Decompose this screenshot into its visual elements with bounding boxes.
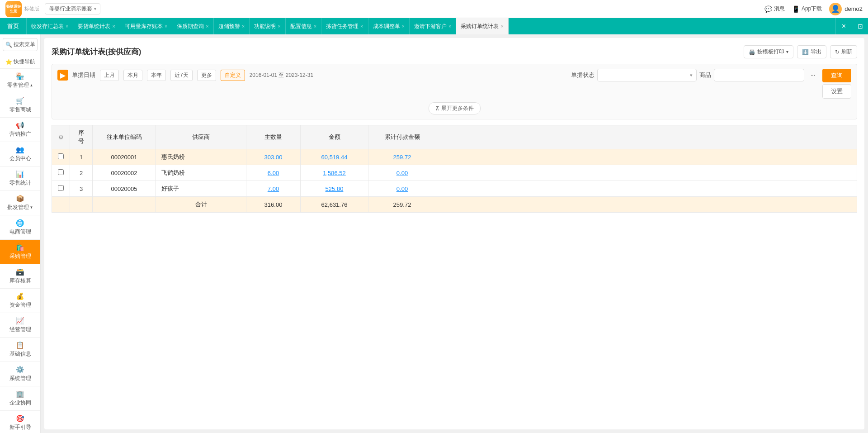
table-row: 3 00020005 好孩子 7.00 525.80 0.00 xyxy=(52,181,857,197)
sidebar-item-pifa[interactable]: 📦 批发管理 ▼ xyxy=(0,191,40,215)
refresh-btn[interactable]: ↻ 刷新 xyxy=(830,45,857,58)
sidebar-item-xinshou[interactable]: 🎯 新手引导 xyxy=(0,411,40,433)
date-shang-btn[interactable]: 上月 xyxy=(100,70,119,81)
expand-more-btn[interactable]: ⊼ 展开更多条件 xyxy=(429,102,481,114)
tab-chenben-close[interactable]: × xyxy=(402,24,405,29)
tab-shoufacun[interactable]: 收发存汇总表 × xyxy=(27,18,73,34)
settings-filter-btn[interactable]: 设置 xyxy=(822,84,851,99)
goods-filter-input[interactable] xyxy=(714,69,804,81)
tab-close-all-btn[interactable]: × xyxy=(835,18,852,34)
refresh-icon: ↻ xyxy=(835,49,840,55)
row-1-paid[interactable]: 259.72 xyxy=(368,149,436,165)
row-1-amount[interactable]: 60,519.44 xyxy=(301,149,368,165)
retail-mgmt-icon: 🏪 xyxy=(16,72,24,81)
tab-peizhi-close[interactable]: × xyxy=(314,24,316,29)
row-3-check[interactable] xyxy=(58,185,64,191)
export-btn[interactable]: ⬇️ 导出 xyxy=(797,45,826,58)
workspace-name: 母婴行业演示账套 xyxy=(49,5,92,13)
tab-yaoqing[interactable]: 邀请下游客户 × xyxy=(410,18,456,34)
message-icon: 💬 xyxy=(764,5,772,13)
sidebar-item-jichu[interactable]: 📋 基础信息 xyxy=(0,338,40,362)
sidebar-item-dianzhan[interactable]: 🌐 电商管理 xyxy=(0,215,40,240)
row-2-checkbox[interactable] xyxy=(52,165,70,181)
row-3-checkbox[interactable] xyxy=(52,181,70,197)
sidebar-item-kucun[interactable]: 🗃️ 库存核算 xyxy=(0,264,40,289)
sidebar-item-yingxiao[interactable]: 📢 营销推广 xyxy=(0,118,40,142)
tab-caigou-close[interactable]: × xyxy=(500,24,503,29)
tab-yaohuo-close[interactable]: × xyxy=(112,24,115,29)
tab-fullscreen-btn[interactable]: ⊡ xyxy=(852,18,868,34)
sidebar-item-jingying[interactable]: 📈 经营管理 xyxy=(0,313,40,338)
date-ben-btn[interactable]: 本月 xyxy=(123,70,142,81)
sidebar-item-lingshouguan-arrow: ▲ xyxy=(30,83,33,87)
tab-chaochuyujing-close[interactable]: × xyxy=(242,24,245,29)
sidebar-item-qiye[interactable]: 🏢 企业协同 xyxy=(0,386,40,411)
tab-baoguan[interactable]: 保质期查询 × xyxy=(172,18,213,34)
row-1-checkbox[interactable] xyxy=(52,149,70,165)
table-row: 1 00020001 惠氏奶粉 303.00 60,519.44 259.72 xyxy=(52,149,857,165)
date-filter-label: 单据日期 xyxy=(72,71,95,79)
app-download-btn[interactable]: 📱 App下载 xyxy=(792,5,822,13)
tab-chaochuyujing[interactable]: 超储预警 × xyxy=(214,18,250,34)
date-more-btn[interactable]: 更多 xyxy=(197,70,216,81)
col-checkbox[interactable]: ⚙ xyxy=(52,125,70,149)
avatar: 👤 xyxy=(829,3,842,15)
row-2-check[interactable] xyxy=(58,169,64,175)
template-print-btn[interactable]: 🖨️ 按模板打印 ▾ xyxy=(744,45,793,58)
tab-paihuorenwu[interactable]: 拣货任务管理 × xyxy=(321,18,368,34)
tab-home[interactable]: 首页 xyxy=(0,18,27,34)
search-btn[interactable]: 查询 xyxy=(822,69,851,82)
tab-shoufacun-close[interactable]: × xyxy=(66,24,68,29)
col-extra-header xyxy=(436,125,857,149)
row-1-check[interactable] xyxy=(58,153,64,159)
user-area[interactable]: 👤 demo2 xyxy=(829,3,863,15)
tab-gongneng-close[interactable]: × xyxy=(278,24,280,29)
sidebar-item-lingshouji[interactable]: 📊 零售统计 xyxy=(0,167,40,191)
row-2-paid[interactable]: 0.00 xyxy=(368,165,436,181)
sidebar-item-xitong[interactable]: ⚙️ 系统管理 xyxy=(0,362,40,386)
tab-chenben[interactable]: 成本调整单 × xyxy=(368,18,410,34)
sidebar-search-btn[interactable]: 🔍 搜索菜单 xyxy=(0,34,40,55)
date-benmian-btn[interactable]: 本年 xyxy=(147,70,166,81)
sidebar-item-huiyuan[interactable]: 👥 会员中心 xyxy=(0,142,40,167)
sidebar-item-caigouguan[interactable]: 🛍️ 采购管理 xyxy=(0,240,40,264)
expand-down-icon: ⊼ xyxy=(435,105,439,112)
footer-paid: 259.72 xyxy=(368,197,436,213)
sidebar-item-lingshouguan-label: 零售管理 xyxy=(7,81,29,89)
tab-caigou-active[interactable]: 采购订单统计表 × xyxy=(456,18,508,34)
tab-gongneng[interactable]: 功能说明 × xyxy=(250,18,285,34)
enterprise-icon: 🏢 xyxy=(16,390,24,398)
sidebar-quick-nav[interactable]: ⭐ 快捷导航 xyxy=(0,55,40,69)
tab-paihuorenwu-close[interactable]: × xyxy=(360,24,363,29)
filter-toggle-btn[interactable]: ▶ xyxy=(57,70,68,81)
sidebar-item-lingshous[interactable]: 🛒 零售商城 xyxy=(0,93,40,118)
tab-peizhi[interactable]: 配置信息 × xyxy=(286,18,321,34)
workspace-selector[interactable]: 母婴行业演示账套 ▾ xyxy=(45,3,100,14)
row-2-amount[interactable]: 1,586.52 xyxy=(301,165,368,181)
table-row: 2 00020002 飞鹤奶粉 6.00 1,586.52 0.00 xyxy=(52,165,857,181)
tab-keyongliku-close[interactable]: × xyxy=(165,24,167,29)
row-1-no: 1 xyxy=(70,149,93,165)
status-filter-select[interactable]: ▾ xyxy=(597,69,697,81)
sidebar-item-lingshouguan[interactable]: 🏪 零售管理 ▲ xyxy=(0,69,40,93)
member-icon: 👥 xyxy=(16,146,24,154)
date-jin7-btn[interactable]: 近7天 xyxy=(170,70,193,81)
date-custom-tag[interactable]: 自定义 xyxy=(221,70,245,81)
tab-yaoqing-close[interactable]: × xyxy=(448,24,451,29)
sidebar-item-zijin[interactable]: 💰 资金管理 xyxy=(0,289,40,313)
message-btn[interactable]: 💬 消息 xyxy=(764,5,785,13)
row-3-amount[interactable]: 525.80 xyxy=(301,181,368,197)
tab-keyongliku[interactable]: 可用量库存账本 × xyxy=(120,18,172,34)
settings-gear-icon[interactable]: ⚙ xyxy=(58,134,64,141)
row-3-qty[interactable]: 7.00 xyxy=(246,181,301,197)
tab-baoguan-close[interactable]: × xyxy=(206,24,208,29)
tab-yaohuo[interactable]: 要货单统计表 × xyxy=(73,18,120,34)
operation-icon: 📈 xyxy=(16,317,24,325)
row-3-paid[interactable]: 0.00 xyxy=(368,181,436,197)
filter-more-btn[interactable]: ··· xyxy=(807,71,819,80)
goods-filter-label: 商品 xyxy=(699,71,711,79)
row-1-qty[interactable]: 303.00 xyxy=(246,149,301,165)
row-2-qty[interactable]: 6.00 xyxy=(246,165,301,181)
footer-checkbox xyxy=(52,197,70,213)
status-filter-label: 单据状态 xyxy=(571,71,594,79)
